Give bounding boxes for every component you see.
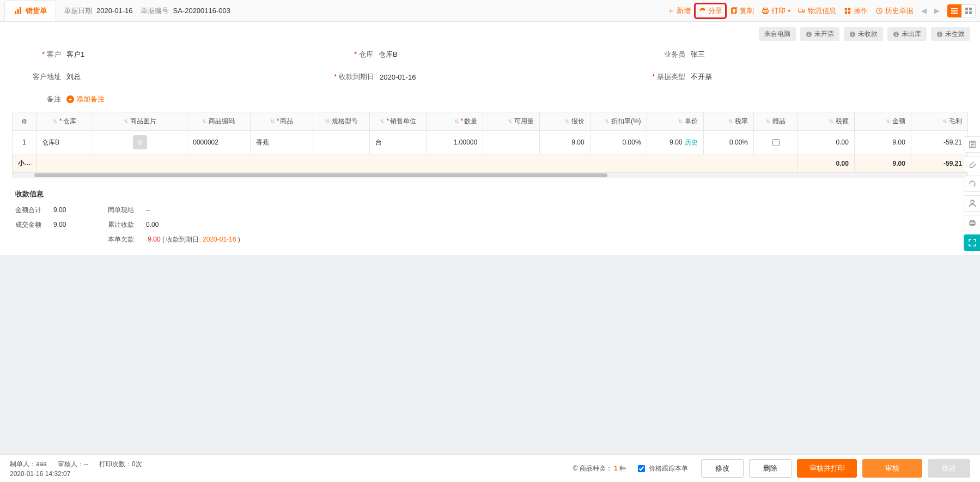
address-masked	[86, 71, 222, 82]
info-icon	[936, 31, 943, 38]
rail-user-button[interactable]	[964, 195, 980, 212]
new-button[interactable]: ＋ 新增	[664, 4, 694, 18]
footer-actions: 修改 删除 审核并打印 审核 收款	[701, 459, 970, 478]
field-customer: *客户 客户1	[22, 50, 334, 59]
audit-print-button[interactable]: 审核并打印	[797, 459, 857, 478]
col-gift[interactable]: ⇅赠品	[754, 112, 798, 131]
prev-doc-button[interactable]: ◀	[918, 4, 930, 17]
doc-number: 单据编号 SA-20200116-003	[141, 6, 231, 16]
list-view-button[interactable]	[947, 4, 961, 17]
footer-meta: 制单人：aaa 审核人：-- 打印次数：0次 2020-01-16 14:32:…	[10, 460, 142, 478]
rail-refresh-button[interactable]	[964, 176, 980, 192]
logistics-button[interactable]: 物流信息	[795, 4, 839, 18]
document-tab[interactable]: 销货单	[4, 1, 56, 21]
badge-no-receive[interactable]: 未收款	[844, 27, 883, 41]
add-remark-button[interactable]: + 添加备注	[66, 94, 105, 104]
tab-title: 销货单	[26, 6, 47, 16]
operate-button[interactable]: 操作	[841, 4, 871, 18]
svg-point-5	[799, 11, 800, 13]
badge-not-effective[interactable]: 未生效	[931, 27, 970, 41]
field-due-date: *收款到期日 2020-01-16	[334, 71, 646, 82]
svg-rect-16	[969, 8, 972, 10]
rail-attach-button[interactable]	[964, 156, 980, 172]
svg-point-27	[896, 32, 897, 33]
deal-amount: 9.00	[53, 221, 66, 228]
rail-expand-button[interactable]	[964, 234, 980, 251]
field-address: 客户地址 刘总	[22, 71, 334, 82]
col-price[interactable]: ⇅单价	[647, 112, 703, 131]
receive-button[interactable]: 收款	[928, 459, 970, 478]
copy-button[interactable]: 复制	[727, 4, 757, 18]
history-button[interactable]: 历史单据	[872, 4, 917, 18]
side-rail	[964, 136, 980, 251]
svg-point-32	[971, 200, 974, 203]
field-warehouse: *仓库 仓库B	[334, 50, 646, 59]
field-invoice-type: *票据类型 不开票	[646, 71, 958, 82]
delete-button[interactable]: 删除	[749, 459, 792, 478]
amount-owed: 本单欠款 9.00 ( 收款到期日: 2020-01-16 )	[108, 235, 249, 244]
col-settings[interactable]: ⚙	[13, 112, 36, 131]
note-icon	[968, 140, 977, 149]
col-profit[interactable]: ⇅毛利	[911, 112, 967, 131]
next-doc-button[interactable]: ▶	[931, 4, 943, 17]
info-icon	[849, 31, 856, 38]
col-product[interactable]: ⇅*商品	[250, 112, 313, 131]
col-tax-amt[interactable]: ⇅税额	[798, 112, 854, 131]
svg-rect-17	[965, 11, 968, 14]
audit-button[interactable]: 审核	[862, 459, 922, 478]
col-unit[interactable]: ⇅*销售单位	[370, 112, 427, 131]
table-row[interactable]: 1 仓库B b 0000002 香蕉 台 1.00000 9.00 0.00% …	[13, 131, 968, 154]
clock-icon	[875, 7, 883, 15]
chevron-down-icon: ▾	[788, 8, 790, 14]
badge-no-out[interactable]: 未出库	[887, 27, 927, 41]
toolbar-actions: ＋ 新增 分享 复制 打印 ▾ 物流信息	[664, 4, 976, 18]
attachment-icon	[968, 160, 977, 168]
price-follow-checkbox[interactable]: 价格跟踪本单	[636, 463, 688, 474]
horizontal-scrollbar[interactable]	[12, 173, 968, 178]
table-header: ⚙ ⇅*仓库 ⇅商品图片 ⇅商品编码 ⇅*商品 ⇅规格型号 ⇅*销售单位 ⇅*数…	[13, 112, 968, 131]
modify-button[interactable]: 修改	[701, 459, 744, 478]
grid-icon	[844, 7, 851, 15]
svg-point-30	[939, 32, 940, 33]
image-icon: b	[133, 135, 147, 149]
truck-icon	[798, 7, 806, 15]
printer-icon	[762, 7, 769, 15]
view-toggle	[947, 4, 976, 17]
payment-section: 收款信息 金额合计9.00 同单现结-- 成交金额9.00 累计收款0.00 本…	[0, 184, 980, 255]
col-quote[interactable]: ⇅报价	[540, 112, 590, 131]
gift-checkbox[interactable]	[772, 139, 780, 146]
doc-date: 单据日期 2020-01-16	[64, 6, 133, 16]
gear-icon: ⚙	[21, 118, 27, 125]
svg-rect-13	[951, 10, 958, 11]
share-button[interactable]: 分享	[695, 4, 726, 18]
rail-note-button[interactable]	[964, 136, 980, 153]
col-tax[interactable]: ⇅税率	[703, 112, 753, 131]
col-image[interactable]: ⇅商品图片	[93, 112, 187, 131]
svg-rect-8	[848, 8, 850, 10]
footer-timestamp: 2020-01-16 14:32:07	[10, 470, 142, 478]
col-code[interactable]: ⇅商品编码	[187, 112, 251, 131]
col-disc[interactable]: ⇅折扣率(%)	[590, 112, 647, 131]
amount-total: 9.00	[53, 206, 66, 214]
col-warehouse[interactable]: ⇅*仓库	[36, 112, 93, 131]
svg-rect-14	[951, 13, 958, 14]
col-avail[interactable]: ⇅可用量	[483, 112, 540, 131]
col-spec[interactable]: ⇅规格型号	[313, 112, 370, 131]
col-qty[interactable]: ⇅*数量	[427, 112, 483, 131]
rail-print-button[interactable]	[964, 215, 980, 231]
svg-rect-26	[896, 34, 896, 36]
price-history-link[interactable]: 历史	[685, 138, 698, 146]
printer-icon	[968, 219, 977, 227]
info-icon	[806, 31, 812, 38]
col-amount[interactable]: ⇅金额	[854, 112, 911, 131]
card-view-button[interactable]	[961, 4, 976, 17]
print-button[interactable]: 打印 ▾	[758, 4, 794, 18]
svg-rect-12	[951, 8, 958, 9]
field-remark: 备注 + 添加备注	[22, 94, 334, 104]
user-icon	[968, 199, 977, 208]
badge-no-invoice[interactable]: 未开票	[800, 27, 839, 41]
settle-now: --	[146, 206, 150, 214]
list-icon	[951, 7, 958, 15]
svg-rect-10	[848, 11, 850, 13]
line-items-table: ⚙ ⇅*仓库 ⇅商品图片 ⇅商品编码 ⇅*商品 ⇅规格型号 ⇅*销售单位 ⇅*数…	[0, 112, 980, 184]
